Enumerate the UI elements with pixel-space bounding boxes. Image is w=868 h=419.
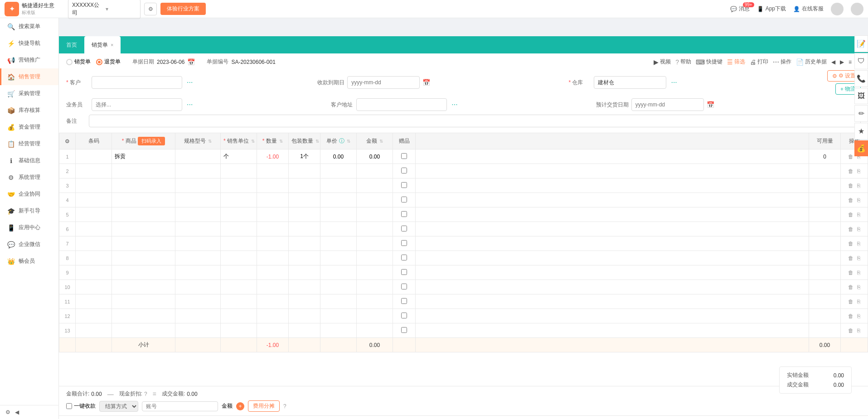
row-barcode[interactable] [76, 178, 112, 193]
row-barcode[interactable] [76, 294, 112, 309]
row-spec[interactable] [175, 294, 221, 309]
row-price[interactable] [320, 149, 357, 164]
row-price[interactable] [320, 178, 357, 193]
row-spec[interactable] [175, 164, 221, 178]
row-remark[interactable] [416, 178, 809, 193]
row-gift[interactable] [393, 149, 416, 164]
row-unit[interactable] [221, 193, 257, 207]
company-settings-btn[interactable]: ⚙ [144, 3, 157, 15]
sidebar-item-finance[interactable]: 💰 资金管理 [0, 119, 58, 135]
delete-row-icon[interactable]: 🗑 [848, 313, 853, 319]
tab-sales-order[interactable]: 销货单 × [84, 36, 121, 53]
sidebar-item-wechat[interactable]: 💬 企业微信 [0, 236, 58, 253]
row-amount[interactable] [357, 309, 393, 323]
row-qty[interactable] [257, 280, 289, 294]
row-unit[interactable] [221, 294, 257, 309]
row-gift[interactable] [393, 222, 416, 236]
row-gift[interactable] [393, 164, 416, 178]
sidebar-item-apps[interactable]: 📱 应用中心 [0, 219, 58, 236]
one-click-pay-checkbox[interactable]: 一键收款 [66, 402, 96, 410]
sidebar-item-inventory[interactable]: 📦 库存核算 [0, 102, 58, 119]
delete-row-icon[interactable]: 🗑 [848, 154, 853, 160]
row-pkgqty[interactable] [289, 164, 320, 178]
row-amount[interactable] [357, 193, 393, 207]
sidebar-item-system[interactable]: ⚙ 系统管理 [0, 169, 58, 186]
copy-row-icon[interactable]: ⎘ [857, 270, 860, 276]
row-qty[interactable] [257, 178, 289, 193]
sidebar-item-collab[interactable]: 🤝 企业协同 [0, 186, 58, 202]
row-spec[interactable] [175, 149, 221, 164]
row-gift[interactable] [393, 309, 416, 323]
row-unit[interactable] [221, 236, 257, 251]
row-product[interactable] [112, 222, 175, 236]
customer-input[interactable] [92, 76, 182, 89]
delivery-calendar-icon[interactable]: 📅 [707, 101, 714, 108]
delete-row-icon[interactable]: 🗑 [848, 327, 853, 334]
copy-row-icon[interactable]: ⎘ [857, 327, 860, 334]
row-pkgqty[interactable] [289, 207, 320, 222]
row-price[interactable] [320, 193, 357, 207]
online-service-btn[interactable]: 👤 在线客服 [793, 5, 824, 13]
copy-row-icon[interactable]: ⎘ [857, 212, 860, 218]
print-btn[interactable]: 🖨 打印 [750, 58, 768, 66]
row-remark[interactable] [416, 309, 809, 323]
delete-row-icon[interactable]: 🗑 [848, 212, 853, 218]
video-btn[interactable]: ▶ 视频 [654, 58, 671, 66]
row-price[interactable] [320, 207, 357, 222]
row-price[interactable] [320, 309, 357, 323]
row-pkgqty[interactable] [289, 265, 320, 280]
row-spec[interactable] [175, 193, 221, 207]
row-spec[interactable] [175, 265, 221, 280]
row-spec[interactable] [175, 251, 221, 265]
delete-row-icon[interactable]: 🗑 [848, 168, 853, 174]
sidebar-item-purchase[interactable]: 🛒 采购管理 [0, 85, 58, 102]
row-unit[interactable] [221, 323, 257, 338]
right-panel-edit-btn[interactable]: ✏ [854, 105, 868, 122]
copy-row-icon[interactable]: ⎘ [857, 284, 860, 290]
row-qty[interactable] [257, 193, 289, 207]
row-unit[interactable] [221, 280, 257, 294]
row-gift[interactable] [393, 236, 416, 251]
row-barcode[interactable] [76, 323, 112, 338]
row-qty[interactable] [257, 236, 289, 251]
delete-row-icon[interactable]: 🗑 [848, 183, 853, 189]
row-price[interactable] [320, 265, 357, 280]
row-price[interactable] [320, 251, 357, 265]
row-gift[interactable] [393, 323, 416, 338]
row-remark[interactable] [416, 236, 809, 251]
row-barcode[interactable] [76, 164, 112, 178]
delete-row-icon[interactable]: 🗑 [848, 226, 853, 232]
warehouse-input[interactable] [594, 76, 666, 89]
sidebar-item-marketing[interactable]: 📢 营销推广 [0, 52, 58, 68]
row-unit[interactable] [221, 265, 257, 280]
app-download-btn[interactable]: 📱 App下载 [757, 5, 786, 13]
copy-row-icon[interactable]: ⎘ [857, 313, 860, 319]
delete-row-icon[interactable]: 🗑 [848, 255, 853, 261]
row-pkgqty[interactable] [289, 251, 320, 265]
payment-method-select[interactable]: 结算方式 [99, 401, 138, 412]
row-remark[interactable] [416, 251, 809, 265]
copy-row-icon[interactable]: ⎘ [857, 168, 860, 174]
sidebar-item-search[interactable]: 🔍 搜索菜单 [0, 18, 58, 35]
expense-split-btn[interactable]: 费用分摊 [248, 400, 280, 412]
row-amount[interactable] [357, 280, 393, 294]
radio-return[interactable]: 退货单 [96, 58, 121, 66]
row-qty[interactable] [257, 251, 289, 265]
salesperson-input[interactable] [92, 98, 182, 111]
row-product[interactable] [112, 309, 175, 323]
row-gift[interactable] [393, 193, 416, 207]
scan-btn[interactable]: 扫码录入 [138, 137, 165, 145]
row-spec[interactable] [175, 207, 221, 222]
row-remark[interactable] [416, 323, 809, 338]
row-pkgqty[interactable] [289, 222, 320, 236]
row-remark[interactable] [416, 222, 809, 236]
row-unit[interactable] [221, 207, 257, 222]
row-qty[interactable] [257, 265, 289, 280]
sidebar-item-member[interactable]: 👑 畅会员 [0, 253, 58, 270]
row-qty[interactable] [257, 222, 289, 236]
row-gift[interactable] [393, 178, 416, 193]
row-spec[interactable] [175, 222, 221, 236]
delete-row-icon[interactable]: 🗑 [848, 270, 853, 276]
nav-prev-btn[interactable]: ◀ [831, 59, 835, 65]
right-panel-star-btn[interactable]: ★ [854, 123, 868, 140]
